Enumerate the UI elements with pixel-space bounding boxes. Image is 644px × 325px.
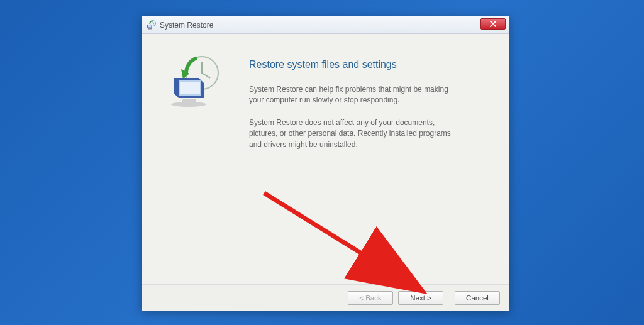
svg-rect-13	[182, 99, 196, 103]
wizard-paragraph-2: System Restore does not affect any of yo…	[249, 118, 463, 150]
close-button[interactable]	[480, 18, 506, 30]
wizard-heading: Restore system files and settings	[249, 59, 490, 70]
titlebar: System Restore	[142, 16, 509, 34]
cancel-button[interactable]: Cancel	[455, 291, 500, 305]
system-restore-icon	[146, 20, 156, 30]
svg-rect-3	[148, 28, 152, 30]
content-pane: Restore system files and settings System…	[243, 34, 509, 284]
system-restore-illustration-icon	[161, 53, 224, 109]
wizard-body: Restore system files and settings System…	[142, 34, 509, 284]
next-button[interactable]: Next >	[398, 291, 443, 305]
wizard-button-bar: < Back Next > Cancel	[142, 284, 509, 311]
svg-rect-2	[148, 25, 152, 28]
svg-rect-11	[180, 82, 200, 94]
svg-point-8	[201, 72, 203, 74]
wizard-paragraph-1: System Restore can help fix problems tha…	[249, 84, 463, 106]
illustration-pane	[142, 34, 243, 284]
window-title: System Restore	[160, 21, 213, 30]
close-icon	[490, 21, 496, 27]
back-button: < Back	[348, 291, 393, 305]
system-restore-window: System Restore Restore sys	[142, 16, 509, 311]
